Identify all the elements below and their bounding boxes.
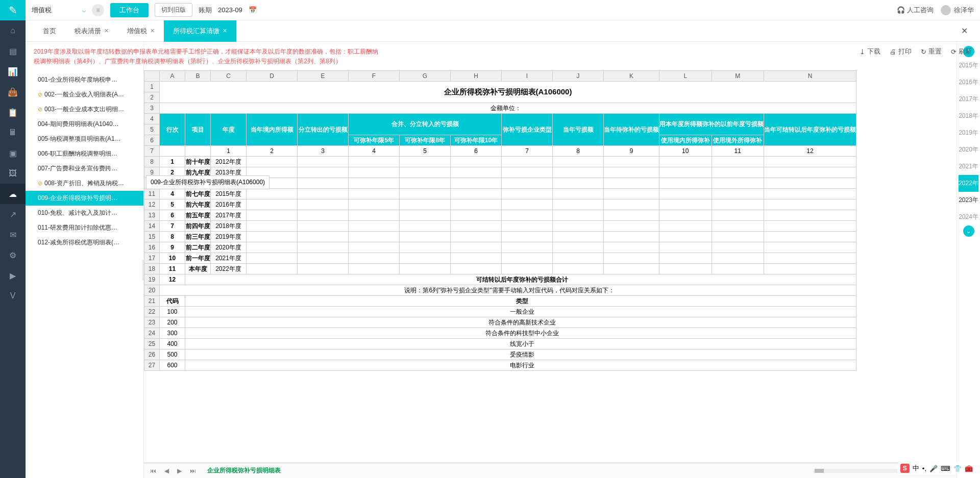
row-header[interactable]: 25: [144, 339, 160, 349]
cell[interactable]: [247, 199, 298, 210]
cell[interactable]: 2022年度: [211, 264, 247, 274]
cell[interactable]: [659, 167, 712, 178]
cell[interactable]: [247, 157, 298, 167]
col-header[interactable]: J: [553, 71, 604, 82]
sheet-next-icon[interactable]: ▶: [175, 467, 184, 474]
cell[interactable]: [451, 210, 502, 221]
row-header[interactable]: 11: [144, 189, 160, 199]
row-num[interactable]: 6: [160, 210, 185, 221]
print-button[interactable]: 🖨 打印: [890, 47, 912, 56]
tab-tax-list[interactable]: 税表清册✕: [65, 20, 118, 42]
cell[interactable]: [659, 189, 712, 199]
cell[interactable]: 前二年度: [185, 242, 211, 253]
year-item[interactable]: 2024年: [959, 209, 978, 225]
nav-v-icon[interactable]: V: [0, 286, 26, 306]
ime-skin-icon[interactable]: 👕: [953, 465, 962, 472]
col-header[interactable]: K: [604, 71, 659, 82]
cell[interactable]: 2020年度: [211, 242, 247, 253]
cell[interactable]: [349, 167, 400, 178]
cell[interactable]: [712, 210, 764, 221]
calendar-icon[interactable]: 📅: [249, 6, 257, 14]
cell[interactable]: [502, 157, 553, 167]
period-value[interactable]: 2023-09: [218, 6, 242, 14]
cell[interactable]: 符合条件的高新技术企业: [185, 317, 856, 328]
cell[interactable]: [659, 199, 712, 210]
cell[interactable]: [659, 242, 712, 253]
cell[interactable]: [502, 167, 553, 178]
cell[interactable]: [349, 210, 400, 221]
ime-kbd-icon[interactable]: ⌨: [941, 465, 950, 472]
cell[interactable]: 100: [160, 307, 185, 317]
cell[interactable]: [764, 221, 856, 232]
cell[interactable]: 300: [160, 328, 185, 339]
cell[interactable]: [502, 189, 553, 199]
col-num[interactable]: 2: [247, 146, 298, 157]
nav-calc-icon[interactable]: 🖩: [0, 122, 26, 143]
cell[interactable]: [451, 178, 502, 189]
cell[interactable]: [659, 210, 712, 221]
cell[interactable]: 一般企业: [185, 307, 856, 317]
year-item[interactable]: 2017年: [959, 91, 978, 108]
cell[interactable]: [298, 232, 349, 242]
cell[interactable]: [764, 232, 856, 242]
year-item[interactable]: 2022年: [959, 175, 978, 192]
row-header[interactable]: 21: [144, 296, 160, 307]
cell[interactable]: 电影行业: [185, 360, 856, 371]
cell[interactable]: [400, 178, 451, 189]
cell[interactable]: [764, 199, 856, 210]
cell[interactable]: 前七年度: [185, 189, 211, 199]
nav-tax-icon[interactable]: ☁: [0, 184, 26, 204]
cell[interactable]: 本年度: [185, 264, 211, 274]
year-item[interactable]: 2018年: [959, 108, 978, 124]
cell[interactable]: [659, 232, 712, 242]
col-num[interactable]: 6: [451, 146, 502, 157]
row-header[interactable]: 17: [144, 253, 160, 264]
cell[interactable]: [298, 189, 349, 199]
row-header[interactable]: 3: [144, 103, 160, 114]
grid[interactable]: ABCDEFGHIJKLMN1企业所得税弥补亏损明细表(A106000)23金额…: [144, 70, 856, 371]
close-icon[interactable]: ✕: [150, 28, 155, 34]
cell[interactable]: [247, 221, 298, 232]
cell[interactable]: [553, 178, 604, 189]
cell[interactable]: [502, 242, 553, 253]
form-item[interactable]: ⊘002-一般企业收入明细表(A…: [26, 87, 143, 102]
col-num[interactable]: 5: [400, 146, 451, 157]
cell[interactable]: 2015年度: [211, 189, 247, 199]
cell[interactable]: [764, 157, 856, 167]
form-item[interactable]: 001-企业所得税年度纳税申…: [26, 72, 143, 87]
col-header[interactable]: F: [349, 71, 400, 82]
form-item[interactable]: 009-企业所得税弥补亏损明…: [26, 191, 143, 206]
cell[interactable]: [604, 199, 659, 210]
cell[interactable]: [604, 167, 659, 178]
cell[interactable]: [764, 253, 856, 264]
row-header[interactable]: 4: [144, 114, 160, 124]
cell[interactable]: [604, 157, 659, 167]
row-num[interactable]: 5: [160, 199, 185, 210]
cell[interactable]: 符合条件的科技型中小企业: [185, 328, 856, 339]
row-header[interactable]: 7: [144, 146, 160, 157]
year-item[interactable]: 2023年: [959, 192, 978, 209]
cell[interactable]: [298, 253, 349, 264]
row-header[interactable]: 6: [144, 135, 160, 146]
sheet-first-icon[interactable]: ⏮: [148, 467, 158, 474]
ime-toolbar[interactable]: S 中 •, 🎤 ⌨ 👕 🧰: [897, 463, 976, 474]
cell[interactable]: [400, 264, 451, 274]
tab-income-tax[interactable]: 所得税汇算清缴✕: [164, 20, 236, 42]
cell[interactable]: 前十年度: [185, 157, 211, 167]
row-num[interactable]: 7: [160, 221, 185, 232]
cell[interactable]: [400, 157, 451, 167]
year-item[interactable]: 2020年: [959, 141, 978, 158]
nav-img-icon[interactable]: 🖼: [0, 163, 26, 184]
cell[interactable]: [604, 178, 659, 189]
cell[interactable]: [400, 189, 451, 199]
nav-stamp-icon[interactable]: ▣: [0, 143, 26, 163]
ime-mic-icon[interactable]: 🎤: [929, 465, 938, 472]
nav-gear-icon[interactable]: ⚙: [0, 245, 26, 265]
cell[interactable]: [298, 210, 349, 221]
nav-out-icon[interactable]: ↗: [0, 204, 26, 224]
refresh-button[interactable]: ⟳ 刷新: [951, 47, 972, 56]
cell[interactable]: 前四年度: [185, 221, 211, 232]
cell[interactable]: [298, 199, 349, 210]
row-header[interactable]: 1: [144, 82, 160, 92]
col-num[interactable]: 1: [211, 146, 247, 157]
